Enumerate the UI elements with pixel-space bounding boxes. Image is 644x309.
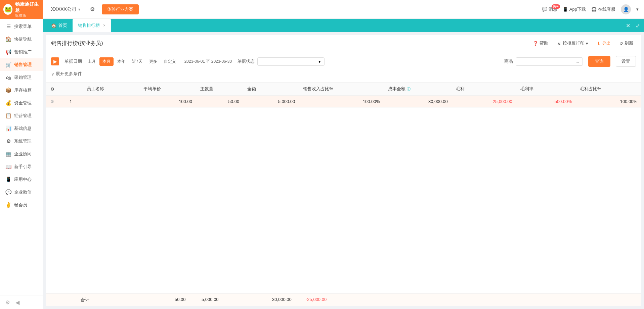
sidebar-label-quick-nav: 快捷导航 — [14, 36, 32, 42]
goods-select[interactable]: ... — [516, 57, 583, 66]
date-7days-btn[interactable]: 近7天 — [129, 57, 145, 66]
refresh-icon: ↺ — [619, 41, 623, 46]
date-prev-btn[interactable]: 上月 — [85, 57, 99, 66]
col-rank — [59, 83, 83, 96]
date-more-btn[interactable]: 更多 — [146, 57, 160, 66]
table-body: ⚙ 1 100.00 50.00 5,000.00 100.00% 30,000… — [46, 96, 641, 108]
status-select[interactable]: ▾ — [257, 57, 325, 66]
col-settings[interactable]: ⚙ — [46, 83, 59, 96]
sidebar-label-operations: 经营管理 — [14, 113, 32, 119]
sidebar-label-search-order: 搜索菜单 — [14, 23, 32, 30]
sidebar-item-inventory[interactable]: 📦库存核算 — [0, 84, 43, 97]
online-service-button[interactable]: 🎧 在线客服 — [591, 6, 615, 12]
sidebar-icon-purchase: 🛍 — [5, 75, 11, 81]
sidebar-item-system[interactable]: ⚙系统管理 — [0, 135, 43, 148]
goods-filter-label: 商品 — [504, 58, 513, 64]
footer-profit: -25,000.00 — [302, 297, 335, 303]
sidebar-item-operations[interactable]: 📋经营管理 — [0, 109, 43, 122]
help-icon: ❓ — [533, 41, 538, 46]
sidebar-item-basic-info[interactable]: 📊基础信息 — [0, 122, 43, 135]
row-qty: 50.00 — [196, 96, 243, 108]
goods-filter: 商品 ... — [504, 57, 583, 66]
expand-more-button[interactable]: ∨ 展开更多条件 — [51, 71, 636, 77]
row-profit-ratio: 100.00% — [576, 96, 641, 108]
sidebar-item-purchase[interactable]: 🛍采购管理 — [0, 71, 43, 84]
row-cost: 30,000.00 — [384, 96, 452, 108]
window-expand-icon[interactable]: ⤢ — [634, 21, 641, 30]
tab-active-label: 销售排行榜 — [78, 22, 100, 29]
refresh-button[interactable]: ↺ 刷新 — [617, 39, 636, 48]
row-settings[interactable]: ⚙ — [46, 96, 59, 108]
filter-area: ▶ 单据日期 上月 本月 本年 近7天 更多 自定义 2023-06 — [46, 52, 641, 83]
tab-close-icon[interactable]: × — [103, 23, 105, 28]
sidebar-label-enterprise: 企业协同 — [14, 151, 32, 157]
header-settings-button[interactable]: ⚙ — [87, 4, 98, 15]
footer-total-label: 合计 — [77, 297, 144, 303]
sidebar-item-quick-nav[interactable]: 🏠快捷导航 — [0, 33, 43, 46]
sidebar-item-marketing[interactable]: 📢营销推广 — [0, 46, 43, 58]
tab-bar-right: ✕ ⤢ — [625, 21, 641, 30]
expand-icon: ∨ — [51, 71, 54, 76]
sidebar-icon-system: ⚙ — [5, 138, 11, 144]
print-chevron-icon: ▾ — [586, 41, 588, 46]
help-button[interactable]: ❓ 帮助 — [530, 39, 551, 48]
content-area: 销售排行榜(按业务员) ❓ 帮助 🖨 按模板打印 ▾ ⬇ 导出 — [43, 32, 644, 309]
tab-home[interactable]: 🏠 首页 — [46, 19, 73, 32]
footer-label — [50, 297, 77, 303]
avatar[interactable]: 👤 — [621, 4, 631, 14]
table-row: ⚙ 1 100.00 50.00 5,000.00 100.00% 30,000… — [46, 96, 641, 108]
expand-row: ∨ 展开更多条件 — [51, 67, 636, 78]
col-profit: 毛利 — [452, 83, 516, 96]
date-custom-btn[interactable]: 自定义 — [161, 57, 179, 66]
query-button[interactable]: 查询 — [588, 56, 610, 67]
app-download-button[interactable]: 📱 App下载 — [563, 6, 586, 12]
refresh-label: 刷新 — [625, 40, 633, 46]
sidebar-item-sales[interactable]: 🛒销售管理 — [0, 58, 43, 71]
tab-home-label: 首页 — [58, 22, 67, 29]
sidebar-icon-basic-info: 📊 — [5, 125, 11, 132]
filter-arrow-button[interactable]: ▶ — [51, 57, 59, 65]
sidebar-icon-marketing: 📢 — [5, 49, 11, 55]
top-header: XXXXX公司 ▾ ⚙ 体验行业方案 💬 消息 99+ 📱 App下载 🎧 在线… — [43, 0, 644, 19]
sidebar-label-guide: 新手引导 — [14, 164, 32, 170]
sidebar-icon-app-center: 📱 — [5, 176, 11, 183]
page-container: 销售排行榜(按业务员) ❓ 帮助 🖨 按模板打印 ▾ ⬇ 导出 — [46, 35, 641, 306]
company-selector[interactable]: XXXXX公司 ▾ — [48, 5, 83, 14]
export-button[interactable]: ⬇ 导出 — [594, 39, 613, 48]
window-close-icon[interactable]: ✕ — [625, 21, 632, 30]
print-button[interactable]: 🖨 按模板打印 ▾ — [554, 39, 591, 48]
date-month-btn[interactable]: 本月 — [99, 57, 114, 66]
company-name: XXXXX公司 — [51, 6, 76, 12]
sidebar-label-finance: 资金管理 — [14, 100, 32, 106]
sidebar-item-wechat[interactable]: 💬企业微信 — [0, 186, 43, 199]
sidebar-icon-finance: 💰 — [5, 100, 11, 106]
sidebar-item-app-center[interactable]: 📱应用中心 — [0, 173, 43, 186]
expand-label: 展开更多条件 — [56, 71, 82, 77]
sidebar-item-finance[interactable]: 💰资金管理 — [0, 97, 43, 109]
sidebar-settings-icon[interactable]: ⚙ — [5, 299, 10, 306]
sidebar-item-member[interactable]: ✌畅会员 — [0, 199, 43, 211]
message-button[interactable]: 💬 消息 99+ — [542, 6, 557, 12]
sidebar-item-guide[interactable]: 📖新手引导 — [0, 160, 43, 173]
message-badge: 99+ — [552, 4, 560, 9]
message-icon: 💬 — [542, 7, 547, 12]
sidebar-icon-wechat: 💬 — [5, 189, 11, 195]
user-name[interactable]: ▾ — [636, 7, 639, 12]
sidebar-item-search-order[interactable]: ☰搜索菜单 — [0, 20, 43, 33]
row-avg-price: 100.00 — [139, 96, 196, 108]
sidebar-collapse-icon[interactable]: ◀ — [15, 299, 19, 306]
chevron-down-icon: ▾ — [78, 7, 80, 12]
tab-sales-ranking[interactable]: 销售排行榜 × — [73, 19, 111, 32]
sidebar-icon-inventory: 📦 — [5, 87, 11, 93]
row-amount: 5,000.00 — [243, 96, 299, 108]
sidebar-item-enterprise[interactable]: 🏢企业协同 — [0, 148, 43, 160]
logo-text: 畅康通好生意 标准版 — [15, 1, 39, 18]
col-sales-ratio: 销售收入占比% — [299, 83, 384, 96]
headset-icon: 🎧 — [591, 7, 597, 12]
sidebar: 🐸 畅康通好生意 标准版 ☰搜索菜单🏠快捷导航📢营销推广🛒销售管理🛍采购管理📦库… — [0, 0, 43, 309]
date-year-btn[interactable]: 本年 — [114, 57, 128, 66]
trial-button[interactable]: 体验行业方案 — [102, 4, 139, 14]
settings-config-button[interactable]: 设置 — [616, 56, 636, 67]
export-icon: ⬇ — [597, 41, 601, 46]
date-filter-label: 单据日期 — [65, 58, 82, 64]
